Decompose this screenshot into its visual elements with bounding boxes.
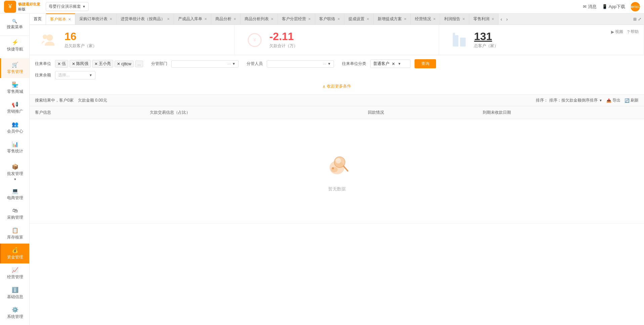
bookmark-icon: ⚡ [12, 39, 18, 45]
sidebar-item-members[interactable]: 👥 会员中心 [0, 118, 29, 138]
avatar[interactable]: demo2 [631, 2, 640, 11]
chevron-down-icon: ▼ [82, 5, 86, 8]
tab-profit-report[interactable]: 利润报告 ✕ [440, 13, 469, 25]
sort-select[interactable]: 排序： 排序：按欠款金额倒序排序 ▼ [536, 98, 602, 103]
tab-product-inbound[interactable]: 产成品入库单 ✕ [174, 13, 211, 25]
query-button[interactable]: 查询 [415, 59, 436, 68]
close-tab-product-analysis[interactable]: ✕ [233, 17, 236, 21]
sort-label: 排序： [536, 98, 548, 103]
close-tab-inbound-stats[interactable]: ✕ [167, 17, 170, 21]
sidebar-item-wholesale[interactable]: 📦 批发管理 ▼ [0, 160, 29, 184]
tab-expand[interactable]: ⊞ ⤢ [631, 13, 644, 25]
sidebar-item-retail-mall[interactable]: 🏪 零售商城 [0, 78, 29, 98]
search-menu-button[interactable]: 🔍 搜索菜单 [3, 17, 27, 32]
filter-tag-wu-remove[interactable]: ✕ [57, 62, 61, 66]
close-tab-business-situation[interactable]: ✕ [433, 17, 436, 21]
tab-customer-tier[interactable]: 客户分层经营 ✕ [278, 13, 315, 25]
filter-tag-cjttcw-remove[interactable]: ✕ [117, 62, 120, 66]
normal-customer-remove[interactable]: ✕ [392, 62, 395, 66]
sidebar-item-retail-stats[interactable]: 📊 零售统计 [0, 138, 29, 157]
debt-total-label: 欠款合计（万） [269, 43, 298, 49]
close-tab-product-inbound[interactable]: ✕ [204, 17, 207, 21]
filter-tag-more[interactable]: ... [135, 61, 143, 67]
tab-product-analysis[interactable]: 商品分析 ✕ [211, 13, 241, 25]
filter-tag-wang: ✕ 王小亮 [92, 60, 113, 68]
sidebar-item-finance[interactable]: 💰 资金管理 [0, 244, 29, 263]
filter-tag-normal-customer: 普通客户 ✕ [373, 61, 395, 67]
person-filter-select[interactable]: ··· ▼ [267, 60, 334, 68]
tab-purchase-order[interactable]: 采购订单统计表 ✕ [75, 13, 117, 25]
close-tab-retail-profit[interactable]: ✕ [491, 17, 494, 21]
sidebar-item-inventory[interactable]: 📋 库存核算 [0, 224, 29, 244]
workspace-selector[interactable]: 母婴行业演示账套 ▼ [46, 2, 89, 11]
message-button[interactable]: ✉ 消息 [583, 4, 597, 10]
collapse-button[interactable]: ∧ 收起更多条件 [323, 83, 351, 89]
empty-state: 暂无数据 [35, 123, 639, 219]
close-tab-commission-settings[interactable]: ✕ [367, 17, 369, 21]
stats-card-debt-customers: 16 总欠款客户（家） [30, 25, 234, 55]
sidebar-item-operations[interactable]: 📈 经营管理 [0, 263, 29, 283]
tab-customer-contact[interactable]: 客户联络 ✕ [315, 13, 344, 25]
tab-business-situation[interactable]: 经营情况 ✕ [411, 13, 440, 25]
sidebar-item-quick-nav[interactable]: ⚡ 快捷导航 [0, 36, 29, 56]
sidebar-item-basics[interactable]: ℹ️ 基础信息 [0, 283, 29, 303]
sidebar-item-retail-management[interactable]: 🛒 零售管理 [0, 58, 29, 78]
close-tab-customer-tier[interactable]: ✕ [308, 17, 311, 21]
total-customers-icon [450, 31, 469, 49]
ecommerce-icon: 💻 [12, 188, 18, 194]
debt-customers-label: 总欠款客户（家） [65, 43, 97, 49]
phone-icon: 📱 [602, 4, 607, 9]
members-icon: 👥 [12, 121, 18, 128]
close-tab-customer-contact[interactable]: ✕ [337, 17, 340, 21]
export-button[interactable]: 📤 导出 [606, 98, 620, 103]
close-tab-purchase-order[interactable]: ✕ [110, 17, 112, 21]
close-tab-product-analysis-list[interactable]: ✕ [271, 17, 273, 21]
balance-chevron: ▼ [89, 73, 92, 77]
right-panel: 首页 客户账本 ✕ 采购订单统计表 ✕ 进货单统计表（按商品） ✕ 产成品入库单… [30, 13, 644, 325]
sidebar-item-purchase[interactable]: 🛍 采购管理 [0, 204, 29, 224]
svg-point-12 [332, 167, 334, 169]
video-help-btn[interactable]: ▶ 视频 [611, 29, 623, 35]
tab-retail-profit[interactable]: 零售利润 ✕ [469, 13, 499, 25]
debt-total-value: -2.11 [269, 31, 298, 42]
dept-filter-select[interactable]: ··· ▼ [171, 60, 239, 68]
empty-row: 暂无数据 [30, 119, 644, 223]
tab-home[interactable]: 首页 [30, 13, 46, 25]
balance-filter-select[interactable]: 选择... ▼ [55, 71, 95, 79]
empty-state-cell: 暂无数据 [30, 119, 644, 223]
debt-total-icon: ¥ [245, 31, 264, 49]
svg-line-10 [344, 166, 348, 171]
close-tab-customer-ledger[interactable]: ✕ [68, 17, 71, 21]
filter-tag-chen: ✕ 陈民强 [70, 60, 91, 68]
stats-icon: 📊 [12, 141, 18, 147]
help-btn[interactable]: ? 帮助 [627, 29, 639, 35]
sidebar-item-ecommerce[interactable]: 💻 电商管理 [0, 184, 29, 204]
tab-customer-ledger[interactable]: 客户账本 ✕ [46, 13, 75, 25]
tab-commission-settings[interactable]: 提成设置 ✕ [344, 13, 374, 25]
tab-scroll-left[interactable]: ‹ [499, 13, 504, 25]
filter-tag-cjttcw: ✕ cjttcw [115, 61, 134, 67]
logo-line2: 标版 [18, 7, 40, 11]
refresh-button[interactable]: 🔄 刷新 [625, 98, 639, 103]
tab-scroll-right[interactable]: › [504, 13, 510, 25]
tab-new-commission[interactable]: 新增提成方案 ✕ [374, 13, 411, 25]
filter-tag-wang-remove[interactable]: ✕ [94, 62, 98, 66]
filter-row-2: 往来余额 选择... ▼ [35, 71, 639, 79]
unit-class-select[interactable]: 普通客户 ✕ ▼ [370, 60, 411, 68]
tab-inbound-stats[interactable]: 进货单统计表（按商品） ✕ [117, 13, 174, 25]
marketing-icon: 📢 [12, 101, 18, 108]
workspace-label: 母婴行业演示账套 [49, 4, 81, 9]
filter-tag-chen-remove[interactable]: ✕ [72, 62, 75, 66]
tab-product-analysis-list[interactable]: 商品分析列表 ✕ [241, 13, 278, 25]
close-tab-new-commission[interactable]: ✕ [404, 17, 406, 21]
sidebar-item-marketing[interactable]: 📢 营销推广 [0, 98, 29, 118]
stats-data-total-customers: 131 总客户（家） [474, 31, 498, 49]
sidebar-item-system[interactable]: ⚙️ 系统管理 [0, 303, 29, 323]
purchase-icon: 🛍 [12, 208, 18, 214]
table-container: 客户信息 欠款交易信息（占比） 回款情况 到期未收款日期 [30, 106, 644, 325]
app-download-button[interactable]: 📱 App下载 [602, 4, 625, 10]
sidebar-item-collab[interactable]: 🤝 企业协同 [0, 323, 29, 325]
collapse-row: ∧ 收起更多条件 [35, 82, 639, 91]
close-tab-profit-report[interactable]: ✕ [462, 17, 465, 21]
stats-bar-actions: ▶ 视频 ? 帮助 [611, 29, 639, 35]
